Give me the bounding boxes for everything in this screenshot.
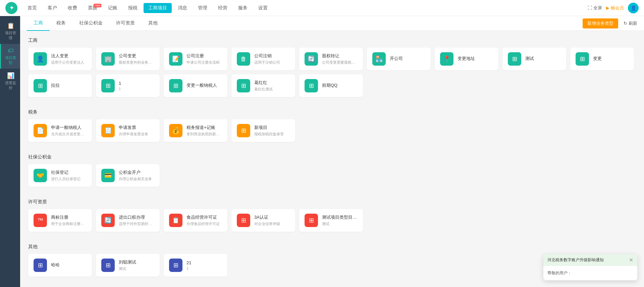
card-gongshang-9[interactable]: ⊞ 拉拉 xyxy=(28,74,92,97)
notification-header: 河北税务数字账户升级影响通知 ✕ xyxy=(543,254,637,266)
card-icon-gongshang-11: ⊞ xyxy=(169,79,182,92)
card-shuiwu-3[interactable]: ⊞ 新项目 报税加税控盘保管 xyxy=(231,119,295,142)
card-icon-xuke-1: 🔄 xyxy=(101,214,115,227)
card-desc-shuiwu-0: 当月或次月成变更完成 xyxy=(51,132,87,137)
cards-grid-shuiwu: 📄 申请一般纳税人 当月或次月成变更完成 🧾 申请发票 办理申请发票业务 💰 税… xyxy=(28,119,636,142)
card-title-gongshang-10: 1 xyxy=(119,81,154,86)
notification-close-button[interactable]: ✕ xyxy=(629,257,633,263)
card-text-gongshang-13: 前期QQ xyxy=(322,82,358,89)
nav-item-记账[interactable]: 记账 xyxy=(103,3,122,13)
card-gongshang-2[interactable]: 📝 公司注册 申请公司注册全流程 xyxy=(164,48,227,70)
card-icon-gongshang-0: 👤 xyxy=(34,52,47,66)
notification-popup: 河北税务数字账户升级影响通知 ✕ 尊敬的用户： xyxy=(543,254,637,280)
nav-item-客户[interactable]: 客户 xyxy=(43,3,62,13)
card-icon-gongshang-6: 📍 xyxy=(440,52,453,66)
nav-menu: 首页客户收费票据new记账报税工商项目消息管理经营服务设置 xyxy=(23,3,588,13)
nav-item-工商项目[interactable]: 工商项目 xyxy=(144,3,172,13)
card-qita-1[interactable]: ⊞ 刘聪测试 测试 xyxy=(96,254,160,277)
top-nav: ✦ 首页客户收费票据new记账报税工商项目消息管理经营服务设置 ⛶ 全屏 ▶ 畅… xyxy=(0,0,644,16)
card-title-xuke-3: 3A认证 xyxy=(254,214,290,220)
fullscreen-icon: ⛶ xyxy=(588,5,592,10)
card-xuke-1[interactable]: 🔄 进出口权办理 适用于对外贸易经营者 xyxy=(96,209,160,232)
card-icon-xuke-0: ™ xyxy=(34,214,47,227)
card-gongshang-6[interactable]: 📍 变更地址 xyxy=(435,48,498,70)
section-title-shuiwu: 税务 xyxy=(28,109,636,115)
nav-badge-票据: new xyxy=(94,4,101,7)
card-shebao-1[interactable]: 💳 公积金开户 办理公积金相关业务 xyxy=(96,164,160,187)
card-title-gongshang-0: 法人变更 xyxy=(51,53,87,59)
card-icon-gongshang-4: 🔄 xyxy=(305,52,318,66)
card-text-gongshang-12: 葛红红 葛红红测试 xyxy=(254,80,290,92)
card-text-xuke-4: 测试项目类型目定义 测试 xyxy=(322,214,358,226)
nav-item-服务[interactable]: 服务 xyxy=(233,3,252,13)
cards-grid-xuke: ™ 商标注册 用于企业商标注册服务 🔄 进出口权办理 适用于对外贸易经营者 📋 … xyxy=(28,209,636,232)
add-business-type-button[interactable]: 新增业务类型 xyxy=(583,18,618,28)
card-gongshang-4[interactable]: 🔄 股权转让 公司变更需要股权转让 xyxy=(299,48,363,70)
card-desc-shuiwu-3: 报税加税控盘保管 xyxy=(254,132,290,137)
nav-item-设置[interactable]: 设置 xyxy=(254,3,272,13)
card-shebao-0[interactable]: 🤝 社保登记 进行人员社保登记 xyxy=(28,164,92,187)
tab-工商[interactable]: 工商 xyxy=(27,16,50,31)
card-desc-shebao-1: 办理公积金相关业务 xyxy=(119,176,154,182)
refresh-button[interactable]: ↻ 刷新 xyxy=(624,20,637,26)
card-shuiwu-2[interactable]: 💰 税务报道+记账 拿到营业执照的新公司 xyxy=(164,119,227,142)
sidebar-label-1: 项目类型 xyxy=(4,55,17,65)
card-desc-gongshang-10: 1 xyxy=(119,87,154,91)
card-text-shuiwu-2: 税务报道+记账 拿到营业执照的新公司 xyxy=(186,125,222,137)
user-avatar[interactable]: 👤 xyxy=(628,3,639,13)
card-gongshang-1[interactable]: 🏢 公司变更 股权变更外的业务变更 xyxy=(96,48,160,70)
tab-税务[interactable]: 税务 xyxy=(50,16,72,31)
card-title-shuiwu-1: 申请发票 xyxy=(119,125,154,131)
card-gongshang-3[interactable]: 🗑 公司注销 适用于注销公司 xyxy=(231,48,295,70)
card-title-qita-1: 刘聪测试 xyxy=(119,259,154,265)
card-icon-gongshang-12: ⊞ xyxy=(237,79,250,92)
nav-item-经营[interactable]: 经营 xyxy=(213,3,232,13)
card-title-qita-2: 21 xyxy=(186,260,222,265)
card-qita-2[interactable]: ⊞ 21 1 xyxy=(164,254,227,277)
nav-item-消息[interactable]: 消息 xyxy=(173,3,192,13)
card-title-xuke-4: 测试项目类型目定义 xyxy=(322,214,358,220)
app-logo: ✦ xyxy=(5,2,17,14)
card-title-xuke-2: 食品经营许可证 xyxy=(186,214,222,220)
card-xuke-4[interactable]: ⊞ 测试项目类型目定义 测试 xyxy=(299,209,363,232)
card-gongshang-10[interactable]: ⊞ 1 1 xyxy=(96,74,160,97)
nav-item-票据[interactable]: 票据new xyxy=(83,3,102,13)
card-title-gongshang-3: 公司注销 xyxy=(254,53,290,59)
card-text-shuiwu-3: 新项目 报税加税控盘保管 xyxy=(254,125,290,137)
card-icon-qita-1: ⊞ xyxy=(101,259,115,272)
member-button[interactable]: ▶ 畅会员 xyxy=(606,5,624,11)
fullscreen-button[interactable]: ⛶ 全屏 xyxy=(588,5,602,11)
refresh-label: 刷新 xyxy=(629,20,637,26)
card-gongshang-11[interactable]: ⊞ 变更一般纳税人 xyxy=(164,74,227,97)
card-gongshang-0[interactable]: 👤 法人变更 适用于公司变更法人 xyxy=(28,48,92,70)
card-xuke-3[interactable]: ⊞ 3A认证 对企业信誉评级 xyxy=(231,209,295,232)
tab-其他[interactable]: 其他 xyxy=(142,16,164,31)
nav-item-收费[interactable]: 收费 xyxy=(63,3,82,13)
card-gongshang-5[interactable]: 🏪 开公司 xyxy=(367,48,431,70)
sidebar-item-2[interactable]: 📊 进度监控 xyxy=(0,69,20,94)
card-text-shuiwu-0: 申请一般纳税人 当月或次月成变更完成 xyxy=(51,125,87,137)
sidebar-item-1[interactable]: 🏷 项目类型 xyxy=(0,44,20,69)
tab-许可资质[interactable]: 许可资质 xyxy=(109,16,142,31)
card-gongshang-7[interactable]: ⊞ 测试 xyxy=(502,48,566,70)
card-shuiwu-1[interactable]: 🧾 申请发票 办理申请发票业务 xyxy=(96,119,160,142)
card-gongshang-12[interactable]: ⊞ 葛红红 葛红红测试 xyxy=(231,74,295,97)
card-qita-0[interactable]: ⊞ 哈哈 xyxy=(28,254,92,277)
nav-item-首页[interactable]: 首页 xyxy=(23,3,42,13)
nav-item-管理[interactable]: 管理 xyxy=(193,3,212,13)
card-text-shuiwu-1: 申请发票 办理申请发票业务 xyxy=(119,125,154,137)
card-gongshang-13[interactable]: ⊞ 前期QQ xyxy=(299,74,363,97)
card-xuke-2[interactable]: 📋 食品经营许可证 办理食品经营许可证 xyxy=(164,209,227,232)
card-desc-xuke-3: 对企业信誉评级 xyxy=(254,221,290,226)
card-title-gongshang-13: 前期QQ xyxy=(322,82,358,88)
card-xuke-0[interactable]: ™ 商标注册 用于企业商标注册服务 xyxy=(28,209,92,232)
nav-item-报税[interactable]: 报税 xyxy=(123,3,142,13)
cards-grid-shebao: 🤝 社保登记 进行人员社保登记 💳 公积金开户 办理公积金相关业务 xyxy=(28,164,636,187)
card-desc-gongshang-2: 申请公司注册全流程 xyxy=(186,60,222,65)
card-gongshang-8[interactable]: ⊞ 变更 xyxy=(570,48,634,70)
tab-社保公积金[interactable]: 社保公积金 xyxy=(72,16,109,31)
sidebar-item-0[interactable]: 📋 项目管理 xyxy=(0,19,20,44)
card-text-xuke-2: 食品经营许可证 办理食品经营许可证 xyxy=(186,214,222,226)
card-desc-qita-2: 1 xyxy=(186,266,222,270)
card-shuiwu-0[interactable]: 📄 申请一般纳税人 当月或次月成变更完成 xyxy=(28,119,92,142)
